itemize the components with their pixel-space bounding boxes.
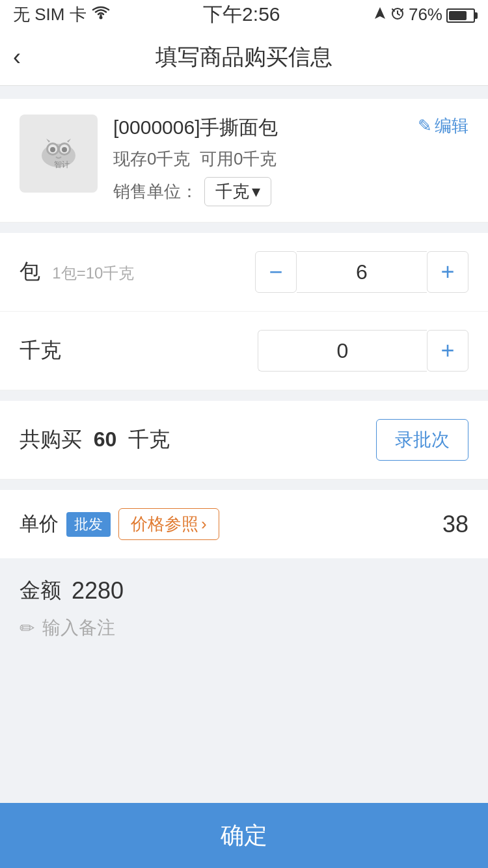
qty-plus-kg[interactable]: + bbox=[427, 330, 468, 372]
price-row: 单价 批发 价格参照 › 38 bbox=[20, 508, 468, 540]
product-info: [0000006]手撕面包 现存0千克 可用0千克 销售单位： 千克 ▾ bbox=[113, 115, 402, 206]
batch-badge: 批发 bbox=[66, 512, 111, 537]
product-stock: 现存0千克 可用0千克 bbox=[113, 148, 402, 170]
svg-point-0 bbox=[99, 16, 102, 19]
amount-label: 金额 bbox=[20, 576, 61, 605]
qty-control-bao: − + bbox=[255, 251, 468, 293]
confirm-button-label: 确定 bbox=[221, 820, 267, 852]
record-batch-button[interactable]: 录批次 bbox=[376, 419, 468, 461]
qty-label-bao: 包 1包=10千克 bbox=[20, 258, 134, 286]
status-time: 下午2:56 bbox=[203, 1, 280, 28]
amount-value: 2280 bbox=[72, 577, 124, 604]
qty-row-bao: 包 1包=10千克 − + bbox=[0, 233, 488, 312]
product-image: 智计 bbox=[20, 115, 98, 193]
status-left: 无 SIM 卡 bbox=[13, 3, 110, 26]
price-value: 38 bbox=[442, 511, 468, 538]
qty-row-kg: 千克 + bbox=[0, 312, 488, 390]
remark-icon: ✏ bbox=[20, 617, 34, 639]
qty-minus-bao[interactable]: − bbox=[255, 251, 297, 293]
product-name: [0000006]手撕面包 bbox=[113, 115, 402, 141]
price-section: 单价 批发 价格参照 › 38 bbox=[0, 490, 488, 558]
product-unit: 销售单位： 千克 ▾ bbox=[113, 177, 402, 206]
svg-point-8 bbox=[62, 147, 67, 152]
total-section: 共购买 60 千克 录批次 bbox=[0, 401, 488, 480]
battery-icon bbox=[446, 5, 475, 25]
chevron-down-icon: ▾ bbox=[252, 182, 260, 202]
qty-control-kg: + bbox=[258, 330, 468, 372]
confirm-button-wrapper[interactable]: 确定 bbox=[0, 803, 488, 868]
status-right: 76% bbox=[373, 5, 475, 25]
svg-point-7 bbox=[50, 147, 55, 152]
amount-row: 金额 2280 bbox=[20, 576, 468, 605]
edit-icon: ✎ bbox=[418, 116, 432, 136]
nav-bar: ‹ 填写商品购买信息 bbox=[0, 29, 488, 86]
unit-select[interactable]: 千克 ▾ bbox=[204, 177, 271, 206]
qty-plus-bao[interactable]: + bbox=[427, 251, 468, 293]
qty-label-kg: 千克 bbox=[20, 336, 61, 365]
price-label: 单价 bbox=[20, 511, 59, 537]
total-label: 共购买 60 千克 bbox=[20, 426, 170, 454]
remark-row[interactable]: ✏ 输入备注 bbox=[20, 616, 468, 640]
battery-percent: 76% bbox=[409, 5, 442, 25]
page-title: 填写商品购买信息 bbox=[156, 42, 332, 72]
back-button[interactable]: ‹ bbox=[13, 44, 21, 71]
edit-button[interactable]: ✎ 编辑 bbox=[418, 115, 468, 137]
price-ref-button[interactable]: 价格参照 › bbox=[118, 508, 219, 540]
product-card: 智计 [0000006]手撕面包 现存0千克 可用0千克 销售单位： 千克 ▾ … bbox=[0, 99, 488, 223]
status-bar: 无 SIM 卡 下午2:56 76% bbox=[0, 0, 488, 29]
wifi-icon bbox=[92, 5, 110, 25]
total-amount: 60 bbox=[94, 427, 117, 451]
alarm-icon bbox=[390, 5, 405, 25]
quantity-section: 包 1包=10千克 − + 千克 + bbox=[0, 233, 488, 390]
amount-section: 金额 2280 ✏ 输入备注 bbox=[0, 558, 488, 653]
carrier-text: 无 SIM 卡 bbox=[13, 3, 87, 26]
remark-placeholder: 输入备注 bbox=[42, 616, 115, 640]
chevron-right-icon: › bbox=[201, 514, 207, 534]
location-icon bbox=[373, 5, 386, 25]
product-logo: 智计 bbox=[36, 131, 81, 177]
svg-text:智计: 智计 bbox=[54, 160, 70, 169]
qty-input-bao[interactable] bbox=[297, 251, 427, 293]
qty-input-kg[interactable] bbox=[258, 330, 427, 372]
